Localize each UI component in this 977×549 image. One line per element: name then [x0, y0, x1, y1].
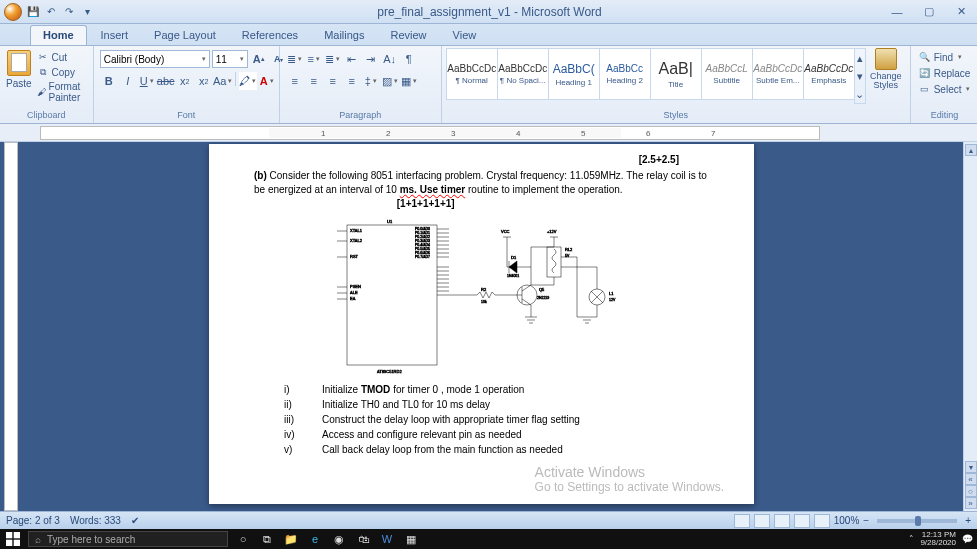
qat-customize-icon[interactable]: ▾: [80, 5, 94, 19]
gallery-up-button[interactable]: ▴: [855, 49, 865, 67]
horizontal-ruler[interactable]: 1 2 3 4 5 6 7: [0, 124, 977, 142]
draft-view-button[interactable]: [814, 514, 830, 528]
gallery-more-button[interactable]: ⌄: [855, 85, 865, 103]
word-count[interactable]: Words: 333: [70, 515, 121, 526]
justify-button[interactable]: ≡: [343, 72, 361, 90]
change-styles-button[interactable]: Change Styles: [866, 48, 906, 90]
tab-insert[interactable]: Insert: [89, 26, 141, 45]
word-icon[interactable]: W: [378, 531, 396, 547]
replace-button[interactable]: 🔄Replace: [917, 66, 973, 80]
grow-font-button[interactable]: A▴: [250, 50, 268, 68]
browse-object-button[interactable]: ○: [965, 485, 977, 497]
status-bar: Page: 2 of 3 Words: 333 ✔ 100% − +: [0, 511, 977, 529]
task-view-icon[interactable]: ⧉: [258, 531, 276, 547]
styles-gallery[interactable]: AaBbCcDc¶ Normal AaBbCcDc¶ No Spaci... A…: [446, 48, 854, 104]
paste-button[interactable]: Paste: [4, 48, 34, 91]
align-center-button[interactable]: ≡: [305, 72, 323, 90]
show-marks-button[interactable]: ¶: [400, 50, 418, 68]
style-heading2[interactable]: AaBbCcHeading 2: [599, 48, 651, 100]
gallery-down-button[interactable]: ▾: [855, 67, 865, 85]
copy-button[interactable]: ⧉Copy: [36, 65, 87, 79]
start-button[interactable]: [4, 531, 22, 547]
change-case-button[interactable]: Aa▾: [214, 72, 232, 90]
tab-review[interactable]: Review: [378, 26, 438, 45]
borders-button[interactable]: ▦▾: [400, 72, 418, 90]
taskbar-search[interactable]: ⌕ Type here to search: [28, 531, 228, 547]
zoom-out-button[interactable]: −: [863, 515, 869, 526]
align-left-button[interactable]: ≡: [286, 72, 304, 90]
notifications-icon[interactable]: 💬: [962, 534, 973, 544]
spell-check-icon[interactable]: ✔: [131, 515, 139, 526]
decrease-indent-button[interactable]: ⇤: [343, 50, 361, 68]
replace-label: Replace: [934, 68, 971, 79]
redo-icon[interactable]: ↷: [62, 5, 76, 19]
file-explorer-icon[interactable]: 📁: [282, 531, 300, 547]
scroll-up-button[interactable]: ▴: [965, 144, 977, 156]
web-layout-view-button[interactable]: [774, 514, 790, 528]
tab-mailings[interactable]: Mailings: [312, 26, 376, 45]
vertical-ruler[interactable]: [4, 142, 18, 511]
shading-button[interactable]: ▨▾: [381, 72, 399, 90]
bold-button[interactable]: B: [100, 72, 118, 90]
line-spacing-button[interactable]: ‡▾: [362, 72, 380, 90]
document-area[interactable]: [2.5+2.5] (b) Consider the following 805…: [0, 142, 963, 511]
superscript-button[interactable]: x2: [195, 72, 213, 90]
sort-button[interactable]: A↓: [381, 50, 399, 68]
align-right-button[interactable]: ≡: [324, 72, 342, 90]
store-icon[interactable]: 🛍: [354, 531, 372, 547]
close-button[interactable]: ✕: [949, 3, 973, 21]
select-button[interactable]: ▭Select▾: [917, 82, 973, 96]
style-heading1[interactable]: AaBbC(Heading 1: [548, 48, 600, 100]
zoom-in-button[interactable]: +: [965, 515, 971, 526]
minimize-button[interactable]: —: [885, 3, 909, 21]
style-normal[interactable]: AaBbCcDc¶ Normal: [446, 48, 498, 100]
save-icon[interactable]: 💾: [26, 5, 40, 19]
multilevel-button[interactable]: ≣▾: [324, 50, 342, 68]
bullets-button[interactable]: ≣▾: [286, 50, 304, 68]
cortana-icon[interactable]: ○: [234, 531, 252, 547]
tab-page-layout[interactable]: Page Layout: [142, 26, 228, 45]
tab-view[interactable]: View: [441, 26, 489, 45]
svg-text:2N2219: 2N2219: [537, 296, 549, 300]
app-icon[interactable]: ▦: [402, 531, 420, 547]
italic-button[interactable]: I: [119, 72, 137, 90]
next-page-button[interactable]: »: [965, 497, 977, 509]
outline-view-button[interactable]: [794, 514, 810, 528]
find-button[interactable]: 🔍Find▾: [917, 50, 973, 64]
font-size-select[interactable]: 11▾: [212, 50, 248, 68]
prev-page-button[interactable]: «: [965, 473, 977, 485]
zoom-level[interactable]: 100%: [834, 515, 860, 526]
increase-indent-button[interactable]: ⇥: [362, 50, 380, 68]
select-label: Select: [934, 84, 962, 95]
system-clock[interactable]: 12:13 PM 9/28/2020: [920, 531, 956, 547]
format-painter-button[interactable]: 🖌Format Painter: [36, 80, 87, 104]
maximize-button[interactable]: ▢: [917, 3, 941, 21]
highlight-button[interactable]: 🖍▾: [239, 72, 257, 90]
edge-icon[interactable]: e: [306, 531, 324, 547]
strikethrough-button[interactable]: abc: [157, 72, 175, 90]
cut-button[interactable]: ✂Cut: [36, 50, 87, 64]
style-subtitle[interactable]: AaBbCcLSubtitle: [701, 48, 753, 100]
full-screen-view-button[interactable]: [754, 514, 770, 528]
style-emphasis[interactable]: AaBbCcDcEmphasis: [803, 48, 854, 100]
font-name-select[interactable]: Calibri (Body)▾: [100, 50, 210, 68]
document-page[interactable]: [2.5+2.5] (b) Consider the following 805…: [209, 144, 754, 504]
zoom-slider[interactable]: [877, 519, 957, 523]
chrome-icon[interactable]: ◉: [330, 531, 348, 547]
font-color-button[interactable]: A▾: [258, 72, 276, 90]
tab-references[interactable]: References: [230, 26, 310, 45]
tray-expand-icon[interactable]: ˄: [909, 534, 914, 544]
subscript-button[interactable]: x2: [176, 72, 194, 90]
print-layout-view-button[interactable]: [734, 514, 750, 528]
scroll-down-button[interactable]: ▾: [965, 461, 977, 473]
office-button[interactable]: [4, 3, 22, 21]
numbering-button[interactable]: ≡▾: [305, 50, 323, 68]
tab-home[interactable]: Home: [30, 25, 87, 45]
style-title[interactable]: AaB|Title: [650, 48, 702, 100]
undo-icon[interactable]: ↶: [44, 5, 58, 19]
style-subtle-em[interactable]: AaBbCcDcSubtle Em...: [752, 48, 804, 100]
style-nospacing[interactable]: AaBbCcDc¶ No Spaci...: [497, 48, 549, 100]
page-status[interactable]: Page: 2 of 3: [6, 515, 60, 526]
underline-button[interactable]: U▾: [138, 72, 156, 90]
vertical-scrollbar[interactable]: ▴ ▾ « ○ »: [963, 142, 977, 511]
